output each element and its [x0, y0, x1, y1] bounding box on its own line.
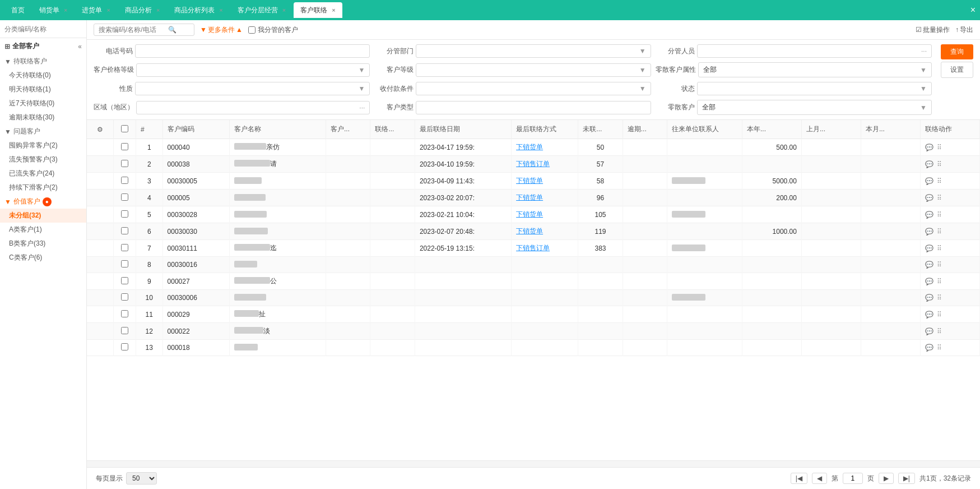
sidebar-item-churn-warning[interactable]: 流失预警客户(3)	[0, 153, 86, 167]
sidebar-item-class-a[interactable]: A类客户(1)	[0, 223, 86, 237]
tab-sales[interactable]: 销货单 ×	[32, 2, 74, 18]
row-checkbox[interactable]	[121, 177, 128, 184]
td-checkbox[interactable]	[114, 273, 136, 290]
tab-purchase[interactable]: 进货单 ×	[75, 2, 117, 18]
reset-button[interactable]: 设置	[941, 62, 973, 78]
row-checkbox[interactable]	[121, 193, 128, 201]
sidebar-item-declining[interactable]: 持续下滑客户(2)	[0, 181, 86, 195]
tab-home[interactable]: 首页	[4, 2, 31, 18]
tab-goods-analysis[interactable]: 商品分析 ×	[118, 2, 166, 18]
contact-icon[interactable]: 💬	[925, 311, 933, 319]
close-customer-layer-icon[interactable]: ×	[282, 7, 286, 13]
th-checkbox[interactable]	[114, 120, 136, 139]
td-checkbox[interactable]	[114, 257, 136, 273]
sidebar-item-hoarding[interactable]: 囤购异常客户(2)	[0, 139, 86, 153]
page-input[interactable]	[843, 473, 863, 484]
row-checkbox[interactable]	[121, 293, 128, 301]
contact-way-link[interactable]: 下销售订单	[516, 160, 550, 168]
sidebar-item-7days[interactable]: 近7天待联络(0)	[0, 96, 86, 110]
status-select[interactable]: ▼	[697, 82, 932, 95]
contact-icon[interactable]: 💬	[925, 211, 933, 219]
contact-way-link[interactable]: 下销售订单	[516, 244, 550, 252]
customer-grade-select[interactable]: ▼	[416, 63, 651, 77]
search-box[interactable]: 🔍	[94, 24, 194, 36]
th-overdue[interactable]: 逾期...	[623, 120, 667, 139]
more-icon[interactable]: ⠿	[937, 327, 942, 335]
sidebar-collapse-icon[interactable]: «	[78, 43, 82, 50]
more-icon[interactable]: ⠿	[937, 194, 942, 202]
more-icon[interactable]: ⠿	[937, 228, 942, 236]
contact-icon[interactable]: 💬	[925, 194, 933, 202]
person-select[interactable]: ···	[697, 44, 932, 58]
contact-icon[interactable]: 💬	[925, 294, 933, 302]
contact-icon[interactable]: 💬	[925, 327, 933, 335]
search-icon[interactable]: 🔍	[168, 26, 177, 34]
th-last-contact-way[interactable]: 最后联络方式	[512, 120, 578, 139]
row-checkbox[interactable]	[121, 343, 128, 350]
td-checkbox[interactable]	[114, 290, 136, 306]
contact-icon[interactable]: 💬	[925, 228, 933, 236]
more-icon[interactable]: ⠿	[937, 245, 942, 252]
more-icon[interactable]: ⠿	[937, 144, 942, 151]
dept-select[interactable]: ▼	[416, 44, 651, 58]
next-page-btn[interactable]: ▶	[879, 473, 894, 484]
my-customers-checkbox[interactable]	[248, 26, 256, 34]
row-checkbox[interactable]	[121, 310, 128, 317]
sidebar-search-box[interactable]: 🔍	[0, 20, 86, 38]
td-checkbox[interactable]	[114, 223, 136, 240]
row-checkbox[interactable]	[121, 210, 128, 218]
th-gear[interactable]: ⚙	[87, 120, 114, 139]
sidebar-item-class-c[interactable]: C类客户(6)	[0, 251, 86, 265]
per-page-select[interactable]: 50 100 200	[126, 472, 157, 485]
sidebar-item-class-b[interactable]: B类客户(33)	[0, 237, 86, 251]
more-icon[interactable]: ⠿	[937, 211, 942, 219]
contact-icon[interactable]: 💬	[925, 177, 933, 185]
more-icon[interactable]: ⠿	[937, 344, 942, 352]
td-checkbox[interactable]	[114, 306, 136, 323]
close-purchase-icon[interactable]: ×	[106, 7, 110, 13]
more-icon[interactable]: ⠿	[937, 294, 942, 302]
row-checkbox[interactable]	[121, 143, 128, 150]
prev-page-btn[interactable]: ◀	[812, 473, 827, 484]
close-goods-list-icon[interactable]: ×	[219, 7, 222, 13]
close-goods-analysis-icon[interactable]: ×	[156, 7, 160, 13]
sidebar-item-tomorrow[interactable]: 明天待联络(1)	[0, 82, 86, 96]
price-grade-select[interactable]: ▼	[136, 63, 370, 77]
more-conditions-btn[interactable]: ▼ 更多条件 ▲	[200, 25, 243, 35]
contact-way-link[interactable]: 下销货单	[516, 177, 543, 184]
export-btn[interactable]: ↑ 导出	[955, 25, 973, 35]
window-close-icon[interactable]: ×	[970, 5, 976, 15]
contact-way-link[interactable]: 下销货单	[516, 210, 543, 218]
phone-input[interactable]	[135, 44, 370, 58]
more-icon[interactable]: ⠿	[937, 311, 942, 319]
all-customers-header[interactable]: ⊞ 全部客户 «	[0, 38, 86, 54]
my-customers-checkbox-label[interactable]: 我分管的客户	[248, 25, 298, 35]
more-icon[interactable]: ⠿	[937, 160, 942, 168]
last-page-btn[interactable]: ▶|	[898, 473, 915, 484]
more-icon[interactable]: ⠿	[937, 177, 942, 185]
more-icon[interactable]: ⠿	[937, 261, 942, 269]
td-checkbox[interactable]	[114, 340, 136, 356]
row-checkbox[interactable]	[121, 327, 128, 334]
th-contact[interactable]: 联络...	[370, 120, 415, 139]
sidebar-item-ungrouped[interactable]: 未分组(32)	[0, 209, 86, 223]
scatter-attr-select[interactable]: 全部 ▼	[698, 62, 932, 77]
contact-way-link[interactable]: 下销货单	[516, 143, 543, 151]
td-checkbox[interactable]	[114, 240, 136, 257]
scrollbar-area[interactable]	[87, 460, 980, 467]
customer-type-input[interactable]	[416, 101, 651, 114]
td-checkbox[interactable]	[114, 206, 136, 223]
sidebar-group-waiting[interactable]: ▼ 待联络客户	[0, 54, 86, 68]
sidebar-item-churned[interactable]: 已流失客户(24)	[0, 167, 86, 181]
th-this-month[interactable]: 本月...	[861, 120, 920, 139]
td-checkbox[interactable]	[114, 173, 136, 190]
contact-icon[interactable]: 💬	[925, 245, 933, 252]
sidebar-group-value[interactable]: ▼ 价值客户 ●	[0, 195, 86, 209]
contact-icon[interactable]: 💬	[925, 144, 933, 151]
first-page-btn[interactable]: |◀	[791, 473, 807, 484]
th-unit-contact[interactable]: 往来单位联系人	[667, 120, 742, 139]
more-icon[interactable]: ⠿	[937, 278, 942, 285]
td-checkbox[interactable]	[114, 156, 136, 173]
sidebar-group-problem[interactable]: ▼ 问题客户	[0, 124, 86, 139]
contact-icon[interactable]: 💬	[925, 278, 933, 285]
